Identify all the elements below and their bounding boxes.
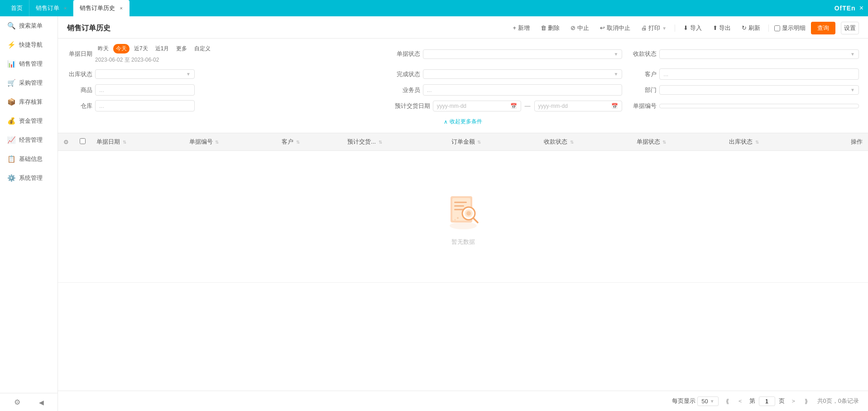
delete-button[interactable]: 🗑 删除 <box>538 22 563 34</box>
print-button[interactable]: 🖨 打印 ▼ <box>638 22 670 34</box>
export-button[interactable]: ⬆ 导出 <box>710 22 734 34</box>
table-settings-icon[interactable]: ⚙ <box>63 139 69 145</box>
tab-sales-order[interactable]: 销售订单 × <box>29 0 73 16</box>
basic-info-icon: 📋 <box>7 155 15 163</box>
sidebar-item-sales-mgmt[interactable]: 📊 销售管理 <box>0 54 58 73</box>
th-no[interactable]: 单据编号 ⇅ <box>184 133 277 151</box>
order-no-input[interactable] <box>659 104 859 108</box>
tab-sales-order-history-label: 销售订单历史 <box>80 4 115 12</box>
sidebar-item-quick-nav[interactable]: ⚡ 快捷导航 <box>0 35 58 54</box>
tab-sales-order-history[interactable]: 销售订单历史 × <box>73 0 129 16</box>
page-number-input[interactable] <box>759 396 775 406</box>
th-payment-status[interactable]: 收款状态 ⇅ <box>538 133 631 151</box>
sidebar-item-finance[interactable]: 💰 资金管理 <box>0 111 58 131</box>
th-ops: 操作 <box>816 133 868 151</box>
filter-date-control: 昨天 今天 近7天 近1月 更多 自定义 2023-06-02 至 2023-0… <box>95 44 386 64</box>
shortcut-1month[interactable]: 近1月 <box>153 44 172 53</box>
shortcut-7days[interactable]: 近7天 <box>131 44 151 53</box>
import-button-label: ⬇ 导入 <box>683 24 702 32</box>
svg-point-0 <box>450 222 477 229</box>
sidebar-item-basic-info[interactable]: 📋 基础信息 <box>0 150 58 169</box>
th-order-status-label: 单据状态 <box>637 138 660 145</box>
order-status-select[interactable]: ▼ <box>423 49 623 59</box>
sidebar-item-purchase-mgmt-label: 采购管理 <box>19 79 43 87</box>
svg-line-8 <box>473 218 478 222</box>
close-window-icon[interactable]: × <box>859 4 863 12</box>
filter-department-label: 部门 <box>631 86 657 94</box>
goods-placeholder: ... <box>99 87 104 93</box>
th-order-status[interactable]: 单据状态 ⇅ <box>631 133 724 151</box>
sidebar-item-search-menu[interactable]: 🔍 搜索菜单 <box>0 16 58 35</box>
sidebar-item-operations[interactable]: 📈 经营管理 <box>0 131 58 150</box>
settings-button[interactable]: 设置 <box>841 22 859 34</box>
display-cols-checkbox[interactable] <box>774 25 780 31</box>
filter-payment-status-label: 收款状态 <box>631 50 657 58</box>
filter-customer-label: 客户 <box>631 70 657 78</box>
sort-order-icon: ⇅ <box>662 140 666 145</box>
th-date[interactable]: 单据日期 ⇅ <box>91 133 184 151</box>
shortcut-yesterday[interactable]: 昨天 <box>95 44 111 53</box>
warehouse-input[interactable]: ... <box>95 100 195 111</box>
shortcut-today[interactable]: 今天 <box>113 44 129 53</box>
collapse-bar[interactable]: ∧ 收起更多条件 <box>67 116 859 127</box>
top-bar: 首页 销售订单 × 销售订单历史 × OfTEn × <box>0 0 868 16</box>
cancel-stop-button[interactable]: ↩ 取消中止 <box>597 22 633 34</box>
query-button[interactable]: 查询 <box>811 22 835 34</box>
next-page-button[interactable]: ＞ <box>788 396 799 406</box>
sidebar-item-purchase-mgmt[interactable]: 🛒 采购管理 <box>0 73 58 92</box>
sidebar-item-inventory[interactable]: 📦 库存核算 <box>0 92 58 111</box>
customer-input[interactable]: ... <box>659 68 859 80</box>
sidebar-item-sys-mgmt[interactable]: ⚙️ 系统管理 <box>0 169 58 188</box>
th-outbound-status[interactable]: 出库状态 ⇅ <box>724 133 816 151</box>
prev-page-button[interactable]: ＜ <box>735 396 746 406</box>
th-settings[interactable]: ⚙ <box>58 133 74 151</box>
th-amount-label: 订单金额 <box>451 138 475 145</box>
sidebar-settings-icon[interactable]: ⚙ <box>14 398 20 406</box>
th-amount[interactable]: 订单金额 ⇅ <box>446 133 539 151</box>
filter-payment-status: 收款状态 ▼ <box>622 49 859 59</box>
calendar-from-icon[interactable]: 📅 <box>510 103 517 109</box>
filter-date: 单据日期 昨天 今天 近7天 近1月 更多 自定义 2023-06-02 至 <box>67 44 386 64</box>
shortcut-more[interactable]: 更多 <box>173 44 190 53</box>
empty-icon <box>441 187 486 232</box>
tab-sales-order-history-close[interactable]: × <box>120 5 122 11</box>
main-layout: 🔍 搜索菜单 ⚡ 快捷导航 📊 销售管理 🛒 采购管理 📦 库存核算 💰 资金管… <box>0 16 868 411</box>
page-size-box[interactable]: 50 ▼ <box>697 396 718 406</box>
payment-status-select[interactable]: ▼ <box>659 49 859 59</box>
app-brand: OfTEn <box>834 5 856 12</box>
stop-button[interactable]: ⊘ 中止 <box>568 22 592 34</box>
first-page-button[interactable]: ⟪ <box>722 396 733 406</box>
tab-home[interactable]: 首页 <box>5 0 29 16</box>
sales-mgmt-icon: 📊 <box>7 60 15 68</box>
new-button[interactable]: + 新增 <box>510 22 532 34</box>
outbound-status-select[interactable]: ▼ <box>95 69 195 79</box>
filter-goods: 商品 ... <box>67 84 386 96</box>
delivery-date-from-input[interactable]: yyyy-mm-dd 📅 <box>433 101 521 111</box>
sidebar-collapse-icon[interactable]: ◀ <box>39 399 44 406</box>
filter-order-no: 单据编号 <box>622 102 859 110</box>
department-select[interactable]: ▼ <box>659 85 859 95</box>
delivery-date-from-placeholder: yyyy-mm-dd <box>437 103 466 109</box>
delivery-date-to-input[interactable]: yyyy-mm-dd 📅 <box>534 101 623 111</box>
salesman-input[interactable]: ... <box>423 84 623 96</box>
stop-button-label: ⊘ 中止 <box>571 24 589 32</box>
page-label-text: 第 <box>749 397 755 405</box>
display-cols-toggle[interactable]: 显示明细 <box>774 24 806 32</box>
sidebar-item-search-menu-label: 搜索菜单 <box>19 22 43 30</box>
customer-placeholder: ... <box>663 71 668 77</box>
th-customer[interactable]: 客户 ⇅ <box>276 133 342 151</box>
th-ops-label: 操作 <box>851 138 863 145</box>
import-button[interactable]: ⬇ 导入 <box>681 22 705 34</box>
shortcut-custom[interactable]: 自定义 <box>192 44 213 53</box>
goods-input[interactable]: ... <box>95 84 195 96</box>
th-delivery[interactable]: 预计交货... ⇅ <box>342 133 446 151</box>
select-all-checkbox[interactable] <box>80 138 86 144</box>
th-check[interactable] <box>74 133 91 151</box>
tab-sales-order-close[interactable]: × <box>64 5 67 11</box>
th-no-label: 单据编号 <box>189 138 213 145</box>
calendar-to-icon[interactable]: 📅 <box>611 103 618 109</box>
complete-status-select[interactable]: ▼ <box>423 69 623 79</box>
refresh-button[interactable]: ↻ 刷新 <box>739 22 763 34</box>
page-size-select: 每页显示 50 ▼ <box>672 396 718 406</box>
last-page-button[interactable]: ⟫ <box>801 396 812 406</box>
